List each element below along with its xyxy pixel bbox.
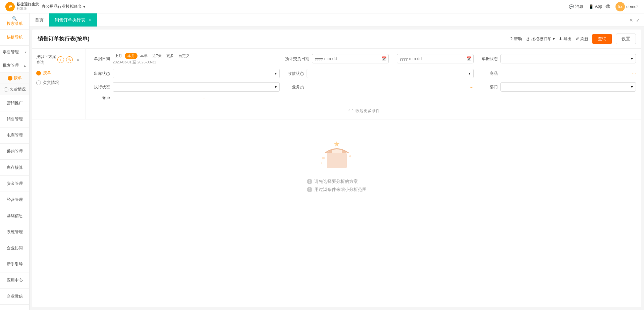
tab-active[interactable]: 销售订单执行表 × [49, 13, 97, 27]
quick-date-7days[interactable]: 近7天 [150, 53, 164, 59]
header-left: 好 畅捷通好生意 标准版 办公用品行业模拟账套 ▾ [5, 2, 85, 11]
by-order-label: 按单 [43, 70, 51, 76]
search-button[interactable]: 查询 [592, 34, 612, 44]
inventory-label: 库存核算 [7, 165, 23, 170]
exec-status-field: 执行状态 ▾ [91, 82, 280, 92]
expected-date-label: 预计交货日期 [285, 56, 309, 62]
add-icon: + [60, 58, 62, 62]
exec-status-label: 执行状态 [91, 84, 110, 90]
system-label: 系统管理 [7, 229, 23, 235]
sidebar-item-sales[interactable]: 销售管理 [0, 111, 29, 127]
app-download-btn[interactable]: 📱 App下载 [589, 4, 610, 9]
status-field: 单据状态 ▾ [479, 54, 636, 63]
svg-point-2 [322, 157, 325, 159]
enterprise-label: 企业协同 [7, 245, 23, 251]
salesperson-more-btn[interactable]: ··· [470, 84, 474, 90]
company-selector[interactable]: 办公用品行业模拟账套 ▾ [42, 4, 85, 9]
delivery-status-select[interactable]: ▾ [113, 69, 280, 78]
expected-date-range: 📅 — 📅 [312, 54, 474, 63]
quick-date-this-month[interactable]: 本月 [125, 53, 138, 59]
status-dropdown-icon: ▾ [631, 56, 633, 61]
tab-home[interactable]: 首页 [30, 13, 49, 27]
sidebar-item-inventory[interactable]: 库存核算 [0, 160, 29, 176]
receipt-status-label: 收款状态 [285, 71, 304, 76]
edit-icon: ✎ [68, 58, 71, 62]
sidebar-item-member[interactable]: 畅会员 [0, 305, 29, 310]
tab-close-icon[interactable]: × [88, 17, 92, 23]
collapse-more-btn[interactable]: ⌃⌃ 收起更多条件 [91, 105, 636, 115]
sidebar-item-procurement[interactable]: 采购管理 [0, 144, 29, 160]
print-link[interactable]: 🖨 按模板打印 ▾ [526, 36, 555, 42]
messages-btn[interactable]: 💬 消息 [569, 4, 583, 9]
quick-date-last-month[interactable]: 上月 [113, 53, 124, 59]
expected-date-start[interactable] [312, 54, 389, 63]
message-icon: 💬 [569, 4, 574, 9]
orders-dot [8, 76, 12, 81]
goods-label: 商品 [479, 71, 498, 76]
collapse-sidebar-btn[interactable]: « [75, 56, 82, 63]
quick-date-more[interactable]: 更多 [164, 53, 176, 59]
tab-controls: ✕ ⤢ [625, 13, 644, 27]
sidebar-item-basic[interactable]: 基础信息 [0, 208, 29, 224]
expected-date-end[interactable] [397, 54, 474, 63]
sidebar-item-retail[interactable]: 零售管理 ▾ [0, 46, 29, 59]
exec-status-select[interactable]: ▾ [113, 82, 280, 92]
wechat-label: 企业微信 [7, 294, 23, 299]
print-icon: 🖨 [526, 37, 530, 41]
sidebar-sub-item-debt[interactable]: 欠货情况 [0, 84, 29, 95]
operations-label: 经营管理 [7, 197, 23, 203]
filter-nav-by-debt[interactable]: 欠货情况 [32, 78, 86, 88]
sidebar-item-quick-nav[interactable]: 快捷导航 [0, 30, 29, 46]
department-select[interactable]: ▾ [500, 82, 636, 92]
sidebar-item-enterprise[interactable]: 企业协同 [0, 240, 29, 256]
date-separator: — [391, 56, 395, 61]
user-menu[interactable]: Ea demo2 [615, 2, 639, 11]
refresh-link[interactable]: ↺ 刷新 [576, 36, 588, 42]
customer-more-btn[interactable]: ··· [201, 96, 205, 101]
single-date-label: 单据日期 [91, 56, 110, 62]
sidebar-sub-item-orders[interactable]: 按单 [0, 72, 29, 84]
help-link[interactable]: ? 帮助 [510, 36, 522, 42]
sales-label: 销售管理 [7, 116, 23, 122]
empty-illustration [317, 140, 357, 173]
refresh-icon: ↺ [576, 37, 579, 41]
tab-expand-icon[interactable]: ⤢ [636, 17, 640, 23]
status-select[interactable]: ▾ [500, 54, 636, 63]
sidebar-item-ecommerce[interactable]: 电商管理 [0, 127, 29, 144]
empty-tip-1: 1 请先选择要分析的方案 [307, 178, 367, 185]
sidebar-item-operations[interactable]: 经营管理 [0, 192, 29, 208]
sidebar-item-appstore[interactable]: 应用中心 [0, 272, 29, 289]
export-icon: ⬇ [559, 37, 562, 41]
sidebar-item-search[interactable]: 🔍 搜索菜单 [0, 13, 29, 30]
ecommerce-label: 电商管理 [7, 133, 23, 138]
logo-text: 畅捷通好生意 [17, 2, 39, 6]
sidebar-item-system[interactable]: 系统管理 [0, 224, 29, 240]
goods-input-wrap: ··· [500, 71, 636, 76]
filter-nav-by-order[interactable]: 按单 [32, 68, 86, 78]
status-label: 单据状态 [479, 56, 498, 62]
goods-more-btn[interactable]: ··· [632, 71, 636, 76]
sidebar-item-finance[interactable]: 资金管理 [0, 176, 29, 192]
empty-tips: 1 请先选择要分析的方案 2 用过滤条件来缩小分析范围 [307, 178, 367, 195]
sidebar-item-wechat[interactable]: 企业微信 [0, 289, 29, 305]
page-title: 销售订单执行表(按单) [38, 36, 90, 43]
sidebar-item-wholesale[interactable]: 批发管理 ▲ [0, 59, 29, 72]
sidebar-item-guide[interactable]: 新手引导 [0, 256, 29, 272]
settings-button[interactable]: 设置 [616, 34, 636, 44]
print-label: 按模板打印 [531, 36, 551, 42]
collapse-label: 收起更多条件 [356, 108, 380, 114]
add-scheme-btn[interactable]: + [57, 56, 64, 63]
customer-field: 客户 ··· [91, 96, 205, 101]
quick-date-custom[interactable]: 自定义 [176, 53, 192, 59]
filter-row-1: 单据日期 上月 本月 本年 近7天 更多 自定义 20 [91, 53, 636, 65]
tip-text-2: 用过滤条件来缩小分析范围 [314, 187, 367, 193]
receipt-status-select[interactable]: ▾ [307, 69, 474, 78]
logo-icon: 好 [5, 2, 15, 11]
tab-close-window-icon[interactable]: ✕ [629, 17, 633, 23]
sidebar-item-marketing[interactable]: 营销推广 [0, 95, 29, 111]
export-link[interactable]: ⬇ 导出 [559, 36, 572, 42]
tab-bar: 首页 销售订单执行表 × ✕ ⤢ [30, 13, 644, 27]
edit-scheme-btn[interactable]: ✎ [66, 56, 73, 63]
svg-marker-1 [334, 141, 339, 147]
quick-date-this-year[interactable]: 本年 [138, 53, 150, 59]
